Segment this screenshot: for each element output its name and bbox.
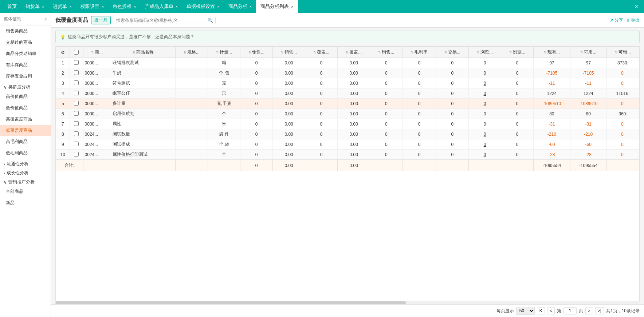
sidebar-section-cluster-analysis[interactable]: ∨ 类群度分析	[0, 82, 51, 91]
cell-checkbox[interactable]	[70, 58, 83, 68]
nav-product-instock[interactable]: 产成品入库单 ×	[141, 0, 182, 13]
cell-checkbox[interactable]	[70, 139, 83, 150]
cell-views1[interactable]: 0	[468, 119, 501, 129]
row-checkbox[interactable]	[74, 152, 79, 156]
col-sales-amount[interactable]: ⇅销售...	[273, 47, 305, 58]
col-coverage2[interactable]: ⇅覆盖...	[338, 47, 370, 58]
close-all-tabs-button[interactable]: ×	[632, 3, 641, 10]
cell-checkbox[interactable]	[70, 129, 83, 139]
cell-views1[interactable]: 0	[468, 150, 501, 160]
nav-template-settings[interactable]: 单据模板设置 ×	[182, 0, 224, 13]
col-code[interactable]: ⇅商...	[83, 47, 111, 58]
col-available[interactable]: ⇅可用...	[570, 47, 606, 58]
col-settings[interactable]: ⚙	[56, 47, 70, 58]
cell-checkbox[interactable]	[70, 150, 83, 160]
col-sellable[interactable]: ⇅可销...	[606, 47, 639, 58]
row-checkbox[interactable]	[74, 121, 79, 126]
select-all-checkbox[interactable]	[74, 50, 79, 55]
close-product-analysis-list-icon[interactable]: ×	[291, 4, 293, 9]
close-permission-settings-icon[interactable]: ×	[102, 4, 104, 9]
nav-sales-order[interactable]: 销货单 ×	[21, 0, 48, 13]
sidebar-section-marketing-analysis[interactable]: ∨ 营销推广分析	[0, 177, 51, 186]
col-unit[interactable]: ⇅计量...	[208, 47, 240, 58]
col-views2[interactable]: ⇅浏览...	[501, 47, 534, 58]
col-transactions[interactable]: ⇅交易...	[436, 47, 468, 58]
sidebar-item-high-margin[interactable]: 高毛利商品	[0, 136, 51, 147]
col-spec[interactable]: ⇅规格...	[175, 47, 208, 58]
horizontal-scrollbar[interactable]	[55, 301, 640, 304]
cell-transactions: 0	[436, 78, 468, 88]
row-checkbox[interactable]	[74, 70, 79, 75]
time-filter-button[interactable]: 近一月	[91, 16, 111, 24]
nav-home[interactable]: 首页	[3, 0, 21, 13]
sidebar-header-toggle[interactable]: 整体信息 «	[0, 13, 51, 25]
col-sales-rate[interactable]: ⇅销售...	[370, 47, 402, 58]
sidebar-section-flow-analysis[interactable]: › 流通性分析	[0, 159, 51, 168]
cell-views1[interactable]: 0	[468, 88, 501, 99]
sidebar-section-growth-analysis[interactable]: › 成长性分析	[0, 168, 51, 177]
col-sales-qty[interactable]: ⇅销售...	[240, 47, 272, 58]
col-views1[interactable]: ⇅浏览...	[468, 47, 501, 58]
sidebar-item-new-products[interactable]: 新品	[0, 197, 51, 209]
sidebar-collapse-icon[interactable]: «	[44, 17, 47, 22]
cell-views1[interactable]: 0	[468, 68, 501, 78]
sidebar-item-high-value[interactable]: 高价值商品	[0, 91, 51, 102]
cell-views1[interactable]: 0	[468, 139, 501, 150]
row-checkbox[interactable]	[74, 111, 79, 116]
cell-checkbox[interactable]	[70, 119, 83, 129]
nav-product-analysis-list[interactable]: 商品分析列表 ×	[256, 0, 298, 13]
per-page-select[interactable]: 50 10 20 100	[516, 307, 535, 315]
page-input[interactable]	[564, 307, 577, 314]
nav-permission-settings[interactable]: 权限设置 ×	[76, 0, 108, 13]
sidebar-item-sales-products[interactable]: 销售类商品	[0, 25, 51, 37]
col-coverage1[interactable]: ⇅覆盖...	[305, 47, 338, 58]
close-role-auth-icon[interactable]: ×	[134, 4, 136, 9]
nav-role-auth[interactable]: 角色授权 ×	[108, 0, 140, 13]
search-icon[interactable]: 🔍	[208, 18, 213, 23]
row-checkbox[interactable]	[74, 131, 79, 136]
sidebar-item-all-products[interactable]: 全部商品	[0, 186, 51, 197]
col-checkbox[interactable]	[70, 47, 83, 58]
sidebar-item-stocked-products[interactable]: 有库存商品	[0, 59, 51, 71]
row-checkbox[interactable]	[74, 142, 79, 146]
sidebar-item-high-coverage[interactable]: 高覆盖度商品	[0, 114, 51, 125]
cell-views1[interactable]: 0	[468, 78, 501, 88]
cell-checkbox[interactable]	[70, 109, 83, 119]
nav-purchase-order[interactable]: 进货单 ×	[48, 0, 76, 13]
row-checkbox[interactable]	[74, 101, 79, 106]
scrollbar-thumb[interactable]	[55, 301, 406, 304]
close-product-analysis-icon[interactable]: ×	[250, 4, 252, 9]
cell-checkbox[interactable]	[70, 99, 83, 109]
close-product-instock-icon[interactable]: ×	[176, 4, 178, 9]
close-template-settings-icon[interactable]: ×	[217, 4, 219, 9]
sidebar-item-low-coverage[interactable]: 低覆盖度商品	[0, 125, 51, 136]
sidebar-item-category-sales-rate[interactable]: 商品分类动销率	[0, 48, 51, 59]
cell-checkbox[interactable]	[70, 78, 83, 88]
sidebar-item-traded-products[interactable]: 交易过的商品	[0, 37, 51, 48]
first-page-button[interactable]: K	[537, 307, 545, 314]
row-checkbox[interactable]	[74, 91, 79, 95]
cell-views1[interactable]: 0	[468, 99, 501, 109]
close-sales-order-icon[interactable]: ×	[42, 4, 44, 9]
cell-views1[interactable]: 0	[468, 109, 501, 119]
sidebar-item-low-value[interactable]: 低价值商品	[0, 102, 51, 114]
next-page-button[interactable]: >	[585, 307, 593, 314]
last-page-button[interactable]: >|	[595, 307, 604, 314]
row-checkbox[interactable]	[74, 60, 79, 65]
cell-views1[interactable]: 0	[468, 129, 501, 139]
cell-checkbox[interactable]	[70, 68, 83, 78]
search-input[interactable]	[116, 18, 206, 23]
col-current-stock[interactable]: ⇅现有...	[534, 47, 570, 58]
prev-page-button[interactable]: <	[547, 307, 555, 314]
sidebar-item-stock-capital[interactable]: 库存资金占用	[0, 71, 51, 82]
cell-views1[interactable]: 0	[468, 58, 501, 68]
close-purchase-order-icon[interactable]: ×	[69, 4, 71, 9]
export-button[interactable]: ⬇ 导出	[626, 17, 640, 23]
sidebar-item-low-margin[interactable]: 低毛利商品	[0, 147, 51, 159]
nav-product-analysis[interactable]: 商品分析 ×	[224, 0, 256, 13]
col-gross-margin[interactable]: ⇅毛利率	[402, 47, 436, 58]
share-button[interactable]: ↗ 分享	[610, 17, 623, 23]
row-checkbox[interactable]	[74, 80, 79, 85]
cell-checkbox[interactable]	[70, 88, 83, 99]
col-name[interactable]: ⇅商品名称	[111, 47, 175, 58]
